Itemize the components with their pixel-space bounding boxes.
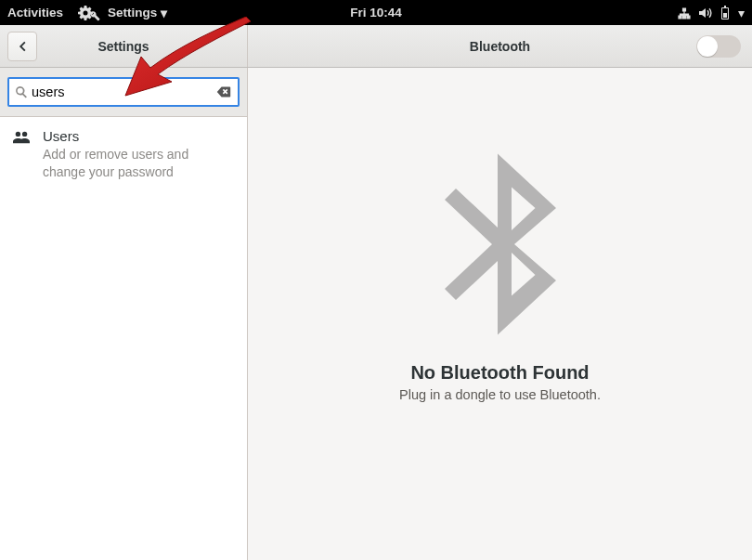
network-icon	[677, 6, 692, 20]
search-field-wrap	[7, 77, 240, 107]
app-menu[interactable]: Settings ▾	[78, 5, 167, 21]
gnome-top-bar: Activities Settings ▾ Fri 10:44 ▾	[0, 0, 752, 25]
toggle-knob	[697, 36, 718, 57]
empty-state-heading: No Bluetooth Found	[410, 362, 589, 384]
wrench-icon	[89, 10, 100, 21]
search-bar	[0, 68, 247, 117]
caret-down-icon: ▾	[738, 6, 745, 20]
result-title: Users	[43, 128, 234, 144]
header-bar: Settings Bluetooth	[0, 25, 752, 68]
backspace-icon	[216, 85, 231, 98]
activities-button[interactable]: Activities	[7, 6, 63, 20]
svg-rect-0	[723, 13, 727, 18]
clock: Fri 10:44	[350, 6, 402, 20]
chevron-left-icon	[16, 40, 29, 53]
bluetooth-toggle[interactable]	[696, 35, 741, 58]
page-title: Bluetooth	[248, 39, 752, 54]
clear-search-button[interactable]	[215, 84, 232, 100]
volume-icon	[697, 6, 712, 20]
bluetooth-icon	[445, 151, 556, 340]
sidebar: Users Add or remove users and change you…	[0, 68, 248, 560]
app-menu-label: Settings	[108, 6, 157, 20]
users-icon	[13, 130, 30, 145]
content-pane: No Bluetooth Found Plug in a dongle to u…	[248, 68, 752, 560]
battery-icon	[718, 6, 733, 20]
sidebar-item-users[interactable]: Users Add or remove users and change you…	[0, 117, 247, 194]
back-button[interactable]	[7, 32, 37, 61]
caret-down-icon: ▾	[161, 6, 167, 20]
empty-state-text: Plug in a dongle to use Bluetooth.	[399, 387, 601, 402]
search-icon	[15, 85, 28, 98]
search-input[interactable]	[28, 85, 215, 99]
system-status-area[interactable]: ▾	[677, 6, 745, 20]
result-description: Add or remove users and change your pass…	[43, 146, 234, 181]
